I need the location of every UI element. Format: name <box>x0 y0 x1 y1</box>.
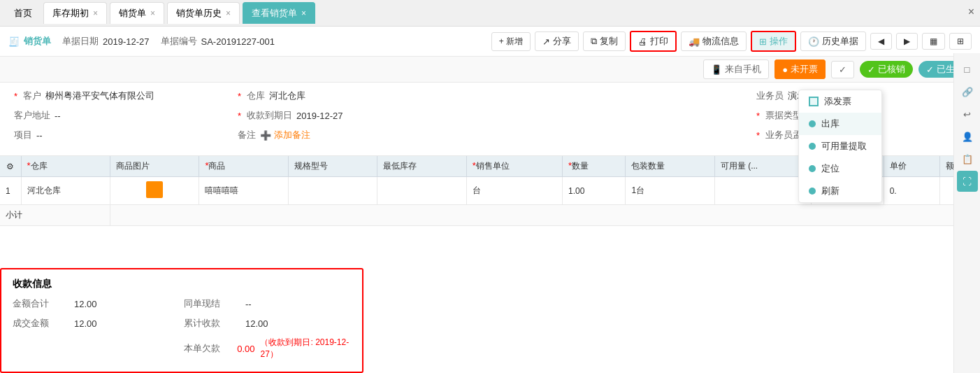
doc-date-label: 单据日期 <box>62 35 99 48</box>
tab-sales-history-close[interactable]: × <box>226 8 231 18</box>
window-close-button[interactable]: × <box>968 6 974 18</box>
print-button[interactable]: 🖨 打印 <box>630 31 677 52</box>
right-icon-3[interactable]: ↩ <box>957 104 978 125</box>
logistics-button[interactable]: 🚚 物流信息 <box>681 31 747 51</box>
right-icon-2[interactable]: 🔗 <box>957 81 978 102</box>
balance-inner-row: 本单欠款 0.00 （收款到期日: 2019-12-27） <box>184 337 351 360</box>
right-icon-1[interactable]: □ <box>957 59 978 80</box>
transaction-label: 成交金额 <box>13 317 69 330</box>
open-ticket-button[interactable]: ● 未开票 <box>774 59 826 79</box>
cumulative-value: 12.00 <box>245 318 268 329</box>
refresh-label: 刷新 <box>821 185 840 197</box>
operation-label: 操作 <box>770 35 788 48</box>
sales-staff-label: 业务员孟 <box>765 129 802 141</box>
warehouse-field: * 仓库 河北仓库 <box>238 90 447 102</box>
due-date-value: 2019-12-27 <box>296 111 343 121</box>
grid2-button[interactable]: ⊞ <box>949 33 972 50</box>
dropdown-available-qty[interactable]: 可用量提取 <box>799 135 881 157</box>
tab-sales[interactable]: 销货单 × <box>110 2 164 24</box>
balance-row: 本单欠款 0.00 （收款到期日: 2019-12-27） <box>184 337 351 363</box>
dropdown-out-stock[interactable]: 出库 <box>799 113 881 135</box>
add-remark-button[interactable]: ➕ 添加备注 <box>260 129 310 141</box>
payment-grid: 金额合计 12.00 同单现结 -- 成交金额 12.00 累计收款 12.00… <box>13 297 351 363</box>
cell-min-stock <box>377 177 466 205</box>
open-ticket-icon: ● <box>782 64 788 75</box>
add-remark-label: 添加备注 <box>274 129 310 141</box>
tab-view-sales-label: 查看销货单 <box>252 7 297 20</box>
address-field: 客户地址 -- <box>14 109 224 122</box>
warehouse-value: 河北仓库 <box>269 90 305 102</box>
col-unit-price: 单价 <box>884 156 939 177</box>
history-button[interactable]: 🕐 历史单据 <box>800 31 866 51</box>
confirm-icon: ✓ <box>839 64 846 75</box>
toolbar-right: + 新增 ↗ 分享 ⧉ 复制 🖨 打印 🚚 物流信息 ⊞ 操作 � <box>491 31 972 52</box>
print-icon: 🖨 <box>638 36 647 47</box>
transaction-row: 成交金额 12.00 <box>13 317 180 330</box>
payment-info-panel: 收款信息 金额合计 12.00 同单现结 -- 成交金额 12.00 累计收款 … <box>0 268 363 373</box>
tab-inventory[interactable]: 库存期初 × <box>43 2 107 24</box>
ticket-required: * <box>756 111 760 121</box>
confirm-button[interactable]: ✓ <box>831 61 854 78</box>
prev-button[interactable]: ◀ <box>870 33 892 50</box>
mobile-button[interactable]: 📱 来自手机 <box>703 59 769 79</box>
customer-value: 柳州粤港平安气体有限公司 <box>45 90 154 102</box>
out-stock-label: 出库 <box>821 118 840 130</box>
right-icon-4[interactable]: 👤 <box>957 126 978 147</box>
grid1-button[interactable]: ▦ <box>922 33 945 50</box>
print-label: 打印 <box>650 35 668 48</box>
tab-inventory-label: 库存期初 <box>52 7 89 20</box>
staff-label: 业务员 <box>756 90 784 102</box>
total-amount-value: 12.00 <box>74 299 97 309</box>
right-icon-5[interactable]: 📋 <box>957 148 978 169</box>
cell-unit-price: 0. <box>884 177 939 205</box>
subtotal-values <box>110 205 979 226</box>
warehouse-required: * <box>238 91 241 101</box>
add-button[interactable]: + 新增 <box>491 32 531 51</box>
next-button[interactable]: ▶ <box>896 33 918 50</box>
refresh-icon <box>809 188 816 195</box>
share-label: 分享 <box>553 35 571 48</box>
user-icon: 👤 <box>962 132 973 142</box>
share-button[interactable]: ↗ 分享 <box>535 31 579 51</box>
col-gear: ⚙ <box>0 156 21 177</box>
copy-button[interactable]: ⧉ 复制 <box>583 31 626 51</box>
right-icon-6[interactable]: ⛶ <box>957 171 978 192</box>
total-amount-row: 金额合计 12.00 <box>13 297 180 310</box>
transaction-value: 12.00 <box>74 318 97 329</box>
same-order-label: 同单现结 <box>184 297 240 310</box>
balance-value: 0.00 <box>237 344 254 354</box>
dropdown-add-invoice[interactable]: 添发票 <box>799 90 881 113</box>
logistics-label: 物流信息 <box>702 35 739 48</box>
tab-home[interactable]: 首页 <box>6 3 41 24</box>
open-ticket-label: 未开票 <box>791 63 818 76</box>
tab-sales-close[interactable]: × <box>150 8 155 18</box>
cell-available <box>714 177 811 205</box>
add-invoice-icon <box>809 97 819 106</box>
sold-button[interactable]: ✓ 已核销 <box>860 61 913 78</box>
doc-number-value: SA-20191227-001 <box>201 36 275 47</box>
sales-staff-required: * <box>756 130 760 141</box>
tab-sales-history[interactable]: 销货单历史 × <box>167 2 240 24</box>
operation-button[interactable]: ⊞ 操作 <box>751 31 796 52</box>
cumulative-label: 累计收款 <box>184 317 240 330</box>
col-warehouse: *仓库 <box>21 156 110 177</box>
dropdown-locate[interactable]: 定位 <box>799 157 881 180</box>
tab-view-sales[interactable]: 查看销货单 × <box>243 2 315 24</box>
tab-inventory-close[interactable]: × <box>93 8 98 18</box>
history-icon: 🕐 <box>808 36 819 47</box>
doc-type-label: 销货单 <box>24 35 51 48</box>
total-amount-label: 金额合计 <box>13 297 69 310</box>
tab-view-sales-close[interactable]: × <box>301 8 306 18</box>
balance-note: （收款到期日: 2019-12-27） <box>260 337 351 360</box>
subtotal-row: 小计 <box>0 205 980 226</box>
product-image-thumbnail <box>146 181 163 198</box>
mobile-label: 来自手机 <box>725 63 761 76</box>
copy-label: 复制 <box>600 35 618 48</box>
customer-field: * 客户 柳州粤港平安气体有限公司 <box>14 90 224 102</box>
project-field: 项目 -- <box>14 129 224 141</box>
same-order-row: 同单现结 -- <box>184 297 351 310</box>
col-available: 可用量 (... <box>714 156 811 177</box>
dropdown-refresh[interactable]: 刷新 <box>799 180 881 202</box>
remark-field: 备注 ➕ 添加备注 <box>238 129 447 141</box>
col-pack-qty: 包装数量 <box>626 156 714 177</box>
